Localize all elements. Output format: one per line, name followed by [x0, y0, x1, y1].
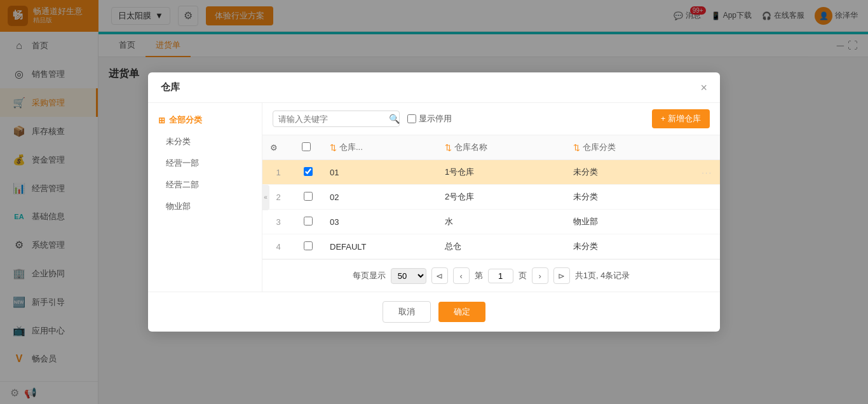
sort-icon3: ⇅	[573, 143, 580, 152]
row-checkbox-cell	[294, 210, 322, 234]
last-page-button[interactable]: ⊳	[553, 267, 570, 284]
row-checkbox[interactable]	[304, 192, 313, 201]
next-page-button[interactable]: ›	[532, 267, 548, 284]
sort-icon: ⇅	[330, 143, 337, 152]
select-all-checkbox[interactable]	[302, 142, 311, 151]
show-disabled-text: 显示停用	[419, 113, 452, 125]
dialog-body: ⊞ 全部分类 未分类 经营一部 经营二部 物业部 «	[148, 103, 720, 292]
row-checkbox[interactable]	[304, 241, 313, 250]
per-page-select[interactable]: 50 100	[391, 268, 426, 284]
row-checkbox[interactable]	[304, 167, 313, 176]
table-row[interactable]: 1 01 1号仓库 未分类 ···	[262, 160, 720, 185]
col-category-label: 仓库分类	[583, 142, 616, 153]
col-name: ⇅ 仓库名称	[437, 135, 566, 160]
category-item-unclassified[interactable]: 未分类	[148, 131, 262, 152]
category-label: 经营一部	[166, 158, 199, 168]
table-panel: 🔍 显示停用 + 新增仓库 ⚙	[262, 103, 720, 292]
dialog-footer: 取消 确定	[148, 292, 720, 332]
category-panel: ⊞ 全部分类 未分类 经营一部 经营二部 物业部 «	[148, 103, 262, 292]
warehouse-dialog: 仓库 × ⊞ 全部分类 未分类 经营一部 经营二部 物业部	[148, 72, 720, 332]
row-more[interactable]	[694, 185, 720, 210]
row-name: 1号仓库	[437, 160, 566, 185]
dialog-title: 仓库	[161, 81, 180, 93]
show-disabled-label[interactable]: 显示停用	[407, 113, 452, 125]
search-box: 🔍	[273, 111, 400, 127]
grid-icon: ⊞	[158, 116, 165, 125]
row-num: 1	[262, 160, 294, 185]
table-row[interactable]: 4 DEFAULT 总仓 未分类	[262, 234, 720, 259]
col-category: ⇅ 仓库分类	[566, 135, 694, 160]
row-num: 4	[262, 234, 294, 259]
first-page-button[interactable]: ⊲	[431, 267, 448, 284]
search-input[interactable]	[278, 114, 385, 124]
table-toolbar: 🔍 显示停用 + 新增仓库	[262, 103, 720, 135]
show-disabled-checkbox[interactable]	[407, 114, 416, 123]
table-row[interactable]: 3 03 水 物业部	[262, 210, 720, 234]
row-code: 03	[322, 210, 437, 234]
search-icon: 🔍	[389, 114, 400, 124]
col-code: ⇅ 仓库...	[322, 135, 437, 160]
page-summary: 共1页, 4条记录	[575, 270, 630, 281]
dialog-header: 仓库 ×	[148, 72, 720, 103]
collapse-panel-button[interactable]: «	[262, 185, 269, 210]
prev-page-button[interactable]: ‹	[453, 267, 470, 284]
row-checkbox-cell	[294, 160, 322, 185]
table-row[interactable]: 2 02 2号仓库 未分类	[262, 185, 720, 210]
category-label: 未分类	[166, 137, 191, 146]
row-more[interactable]	[694, 234, 720, 259]
row-num: 3	[262, 210, 294, 234]
row-code: DEFAULT	[322, 234, 437, 259]
row-category: 未分类	[566, 234, 694, 259]
per-page-label: 每页显示	[353, 270, 386, 281]
row-code: 02	[322, 185, 437, 210]
category-label: 经营二部	[166, 180, 199, 189]
row-category: 物业部	[566, 210, 694, 234]
cancel-button[interactable]: 取消	[383, 301, 431, 323]
col-actions	[694, 135, 720, 160]
page-unit: 页	[519, 270, 527, 281]
modal-overlay: 仓库 × ⊞ 全部分类 未分类 经营一部 经营二部 物业部	[0, 0, 868, 404]
row-more[interactable]	[694, 210, 720, 234]
row-more[interactable]: ···	[694, 160, 720, 185]
row-checkbox-cell	[294, 185, 322, 210]
row-name: 2号仓库	[437, 185, 566, 210]
category-item-dept1[interactable]: 经营一部	[148, 152, 262, 174]
pagination: 每页显示 50 100 ⊲ ‹ 第 页 › ⊳ 共1页, 4条记录	[262, 259, 720, 292]
confirm-button[interactable]: 确定	[438, 302, 485, 322]
row-category: 未分类	[566, 185, 694, 210]
row-name: 水	[437, 210, 566, 234]
col-name-label: 仓库名称	[454, 142, 487, 153]
category-label: 物业部	[166, 201, 191, 211]
all-categories-item[interactable]: ⊞ 全部分类	[148, 109, 262, 131]
col-code-label: 仓库...	[339, 142, 363, 153]
page-label: 第	[475, 270, 483, 281]
col-checkbox	[294, 135, 322, 160]
category-item-dept2[interactable]: 经营二部	[148, 174, 262, 196]
row-name: 总仓	[437, 234, 566, 259]
new-warehouse-button[interactable]: + 新增仓库	[652, 109, 710, 128]
row-checkbox-cell	[294, 234, 322, 259]
row-category: 未分类	[566, 160, 694, 185]
col-settings: ⚙	[262, 135, 294, 160]
page-number-input[interactable]	[488, 269, 513, 283]
row-code: 01	[322, 160, 437, 185]
category-item-property[interactable]: 物业部	[148, 196, 262, 217]
dialog-close-button[interactable]: ×	[700, 82, 707, 93]
all-categories-label: 全部分类	[169, 114, 202, 126]
sort-icon2: ⇅	[445, 143, 452, 152]
warehouse-table: ⚙ ⇅ 仓库... ⇅	[262, 135, 720, 259]
row-checkbox[interactable]	[304, 217, 313, 226]
